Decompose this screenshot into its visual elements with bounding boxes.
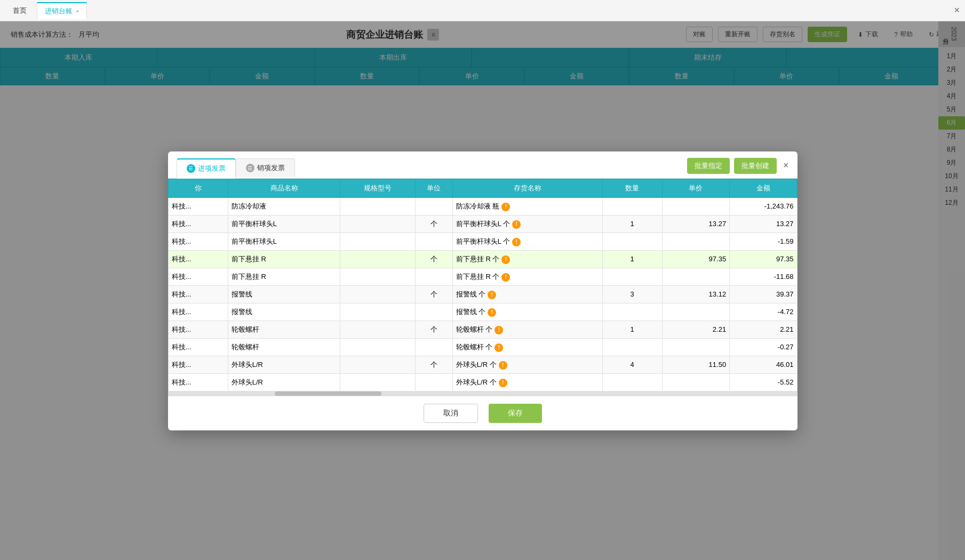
table-row: 科技...前平衡杆球头L前平衡杆球头L 个!-1.59	[168, 233, 797, 250]
table-row: 科技...外球头L/R个外球头L/R 个!411.5046.01	[168, 356, 797, 373]
invoice-out-icon: ☰	[246, 164, 254, 172]
invoice-in-icon: ☰	[187, 164, 195, 173]
table-row: 科技...外球头L/R外球头L/R 个!-5.52	[168, 373, 797, 391]
tab-outgoing-label: 销项发票	[257, 163, 285, 173]
modal-table-container[interactable]: 你 商品名称 规格型号 单位 存货名称 数量 单价 金额 科技...防冻冷却液防…	[168, 179, 797, 391]
table-row: 科技...报警线报警线 个!-4.72	[168, 303, 797, 321]
tab-active[interactable]: 进销台账 ×	[37, 2, 87, 19]
warning-icon: !	[501, 203, 510, 211]
warning-icon: !	[501, 255, 510, 264]
modal: ☰ 进项发票 ☰ 销项发票 批量指定 批量创建 ×	[168, 151, 797, 430]
tab-incoming-label: 进项发票	[198, 164, 226, 173]
th-unit: 单位	[415, 179, 452, 197]
top-bar: 首页 进销台账 × ×	[0, 0, 965, 21]
table-row: 科技...报警线个报警线 个!313.1239.37	[168, 285, 797, 303]
th-company: 你	[168, 179, 228, 197]
table-header-row: 你 商品名称 规格型号 单位 存货名称 数量 单价 金额	[168, 179, 797, 197]
table-row: 科技...前下悬挂 R个前下悬挂 R 个!197.3597.35	[168, 250, 797, 268]
tab-active-label: 进销台账	[45, 6, 73, 16]
th-inventory-name: 存货名称	[452, 179, 602, 197]
invoice-table: 你 商品名称 规格型号 单位 存货名称 数量 单价 金额 科技...防冻冷却液防…	[168, 179, 797, 391]
table-row: 科技...轮毂螺杆个轮毂螺杆 个!12.212.21	[168, 321, 797, 338]
tab-incoming-invoice[interactable]: ☰ 进项发票	[177, 158, 236, 179]
scrollbar-thumb[interactable]	[275, 391, 381, 396]
warning-icon: !	[501, 273, 510, 282]
warning-icon: !	[495, 326, 503, 334]
warning-icon: !	[488, 308, 496, 317]
modal-actions: 批量指定 批量创建	[687, 158, 777, 178]
table-row: 科技...轮毂螺杆轮毂螺杆 个!-0.27	[168, 338, 797, 356]
warning-icon: !	[499, 379, 507, 387]
th-quantity: 数量	[602, 179, 662, 197]
main-area: 销售成本计算方法： 月平均 商贸企业进销台账 ≡ 对账 重新开账 存货别名 生成…	[0, 21, 965, 560]
th-product-name: 商品名称	[228, 179, 340, 197]
batch-create-button[interactable]: 批量创建	[734, 158, 777, 174]
warning-icon: !	[488, 291, 496, 299]
warning-icon: !	[499, 361, 507, 370]
modal-overlay: ☰ 进项发票 ☰ 销项发票 批量指定 批量创建 ×	[0, 21, 965, 560]
modal-close-icon[interactable]: ×	[777, 160, 789, 175]
th-spec: 规格型号	[340, 179, 415, 197]
window-close-icon[interactable]: ×	[954, 5, 960, 16]
table-row: 科技...前平衡杆球头L个前平衡杆球头L 个!113.2713.27	[168, 215, 797, 233]
cancel-button[interactable]: 取消	[424, 404, 478, 423]
batch-assign-button[interactable]: 批量指定	[687, 158, 730, 174]
modal-header: ☰ 进项发票 ☰ 销项发票 批量指定 批量创建 ×	[168, 151, 797, 179]
table-row: 科技...防冻冷却液防冻冷却液 瓶!-1,243.76	[168, 197, 797, 215]
warning-icon: !	[495, 343, 503, 352]
warning-icon: !	[512, 238, 521, 246]
save-button[interactable]: 保存	[489, 404, 542, 423]
tab-outgoing-invoice[interactable]: ☰ 销项发票	[236, 158, 295, 177]
warning-icon: !	[512, 220, 521, 229]
table-row: 科技...前下悬挂 R前下悬挂 R 个!-11.68	[168, 268, 797, 285]
th-unit-price: 单价	[662, 179, 729, 197]
th-amount: 金额	[730, 179, 797, 197]
modal-footer: 取消 保存	[168, 396, 797, 430]
table-scrollbar[interactable]	[168, 391, 797, 396]
tab-close-icon[interactable]: ×	[76, 8, 79, 14]
tab-home[interactable]: 首页	[5, 3, 34, 19]
